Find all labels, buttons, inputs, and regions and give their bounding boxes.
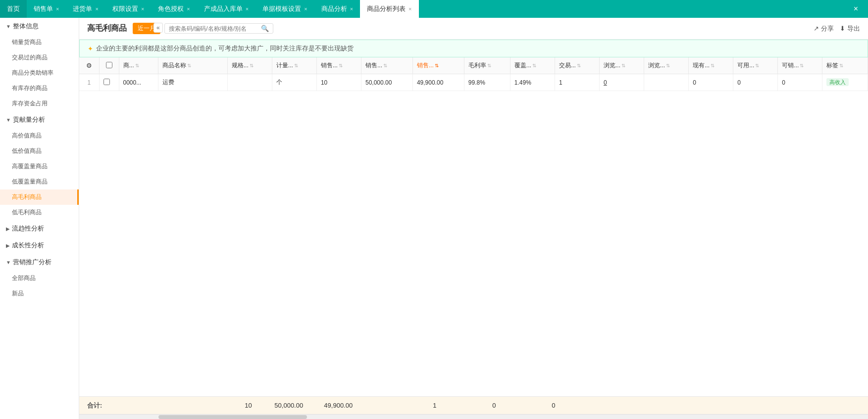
nav-template-settings[interactable]: 单据模板设置 ×	[255, 0, 314, 18]
close-template-settings[interactable]: ×	[304, 6, 307, 12]
row-current-stock: 0	[689, 74, 733, 91]
table-row[interactable]: 1 0000... 运费 个 10 50,000.00 49,900.00 99…	[79, 74, 868, 91]
nav-purchase-order[interactable]: 进货单 ×	[66, 0, 105, 18]
arrow-trend: ▶	[6, 226, 10, 232]
sidebar-item-all-goods[interactable]: 全部商品	[0, 271, 79, 286]
row-checkbox[interactable]	[99, 74, 119, 91]
nav-permission-settings[interactable]: 权限设置 ×	[105, 0, 151, 18]
close-role-auth[interactable]: ×	[187, 6, 190, 12]
sidebar-item-high-coverage[interactable]: 高覆盖量商品	[0, 159, 79, 174]
sidebar-item-category-rate[interactable]: 商品分类助销率	[0, 65, 79, 81]
export-btn[interactable]: ⬇ 导出	[840, 24, 860, 33]
sidebar-item-stock-capital[interactable]: 库存资金占用	[0, 96, 79, 111]
col-transactions[interactable]: 交易...⇅	[555, 57, 599, 74]
col-sales-qty[interactable]: 销售...⇅	[316, 57, 361, 74]
row-code: 0000...	[119, 74, 158, 91]
sidebar-group-overall[interactable]: ▼ 整体信息	[0, 18, 79, 35]
row-available: 0	[733, 74, 778, 91]
table-container: ⚙ 商...⇅ 商品名称⇅ 规格...⇅ 计量...⇅ 销售...⇅ 销售...…	[79, 57, 868, 396]
nav-sales-order[interactable]: 销售单 ×	[27, 0, 66, 18]
scrollbar-thumb[interactable]	[158, 415, 307, 419]
nav-product-analysis-list[interactable]: 商品分析列表 ×	[360, 0, 418, 18]
search-icon[interactable]: 🔍	[261, 25, 269, 32]
sidebar-group-contribution[interactable]: ▼ 贡献量分析	[0, 111, 79, 128]
row-gross-rate: 99.8%	[464, 74, 510, 91]
arrow-marketing: ▼	[6, 260, 11, 265]
sidebar-collapse-btn[interactable]: «	[153, 23, 163, 33]
sidebar-group-marketing[interactable]: ▼ 营销推广分析	[0, 254, 79, 271]
row-browse2	[644, 74, 689, 91]
close-product-inbound[interactable]: ×	[246, 6, 249, 12]
sidebar-item-sales-goods[interactable]: 销量货商品	[0, 35, 79, 50]
footer-label: 合计:	[87, 401, 102, 410]
col-gross-rate[interactable]: 毛利率⇅	[464, 57, 510, 74]
close-permission-settings[interactable]: ×	[141, 6, 144, 12]
row-name: 运费	[158, 74, 227, 91]
col-code[interactable]: 商...⇅	[119, 57, 158, 74]
footer-bar: 合计: 10 50,000.00 49,900.00 1 0 0	[79, 396, 868, 414]
row-browse1[interactable]: 0	[600, 74, 644, 91]
nav-product-inbound[interactable]: 产成品入库单 ×	[197, 0, 255, 18]
share-btn[interactable]: ↗ 分享	[814, 24, 834, 33]
close-window-btn[interactable]: ×	[849, 4, 863, 13]
sidebar-item-low-value[interactable]: 低价值商品	[0, 143, 79, 159]
window-close-area: ×	[849, 4, 868, 13]
header-actions: ↗ 分享 ⬇ 导出	[814, 24, 860, 33]
arrow-growth: ▶	[6, 243, 10, 248]
sidebar-item-high-margin[interactable]: 高毛利商品	[0, 189, 79, 205]
sidebar-item-low-coverage[interactable]: 低覆盖量商品	[0, 174, 79, 189]
row-coverage: 1.49%	[510, 74, 555, 91]
table-body: 1 0000... 运费 个 10 50,000.00 49,900.00 99…	[79, 74, 868, 91]
col-tag[interactable]: 标签⇅	[822, 57, 868, 74]
row-sales-amt1: 50,000.00	[361, 74, 413, 91]
info-banner: ✦ 企业的主要的利润都是这部分商品创造的，可考虑加大推广，同时关注库存是不要出现…	[79, 40, 868, 57]
table-header-row: ⚙ 商...⇅ 商品名称⇅ 规格...⇅ 计量...⇅ 销售...⇅ 销售...…	[79, 57, 868, 74]
row-spec	[227, 74, 272, 91]
sidebar-group-growth[interactable]: ▶ 成长性分析	[0, 237, 79, 254]
main-container: ▼ 整体信息 销量货商品 交易过的商品 商品分类助销率 有库存的商品 库存资金占…	[0, 18, 868, 419]
data-table: ⚙ 商...⇅ 商品名称⇅ 规格...⇅ 计量...⇅ 销售...⇅ 销售...…	[79, 57, 868, 91]
sidebar-item-new-goods[interactable]: 新品	[0, 286, 79, 301]
close-purchase-order[interactable]: ×	[95, 6, 98, 12]
arrow-overall: ▼	[6, 24, 11, 29]
col-sales-amt1[interactable]: 销售...⇅	[361, 57, 413, 74]
horizontal-scrollbar[interactable]	[79, 414, 868, 419]
close-product-analysis[interactable]: ×	[350, 6, 353, 12]
col-browse1[interactable]: 浏览...⇅	[600, 57, 644, 74]
export-icon: ⬇	[840, 25, 845, 32]
col-unit[interactable]: 计量...⇅	[272, 57, 316, 74]
select-all-checkbox[interactable]	[106, 62, 112, 68]
arrow-contribution: ▼	[6, 117, 11, 123]
nav-role-auth[interactable]: 角色授权 ×	[151, 0, 197, 18]
sidebar-item-high-value[interactable]: 高价值商品	[0, 128, 79, 143]
col-sales-amt2[interactable]: 销售...⇅	[412, 57, 464, 74]
sidebar-item-stocked-goods[interactable]: 有库存的商品	[0, 81, 79, 96]
sidebar-item-traded-goods[interactable]: 交易过的商品	[0, 50, 79, 65]
settings-col-header[interactable]: ⚙	[79, 57, 99, 74]
nav-product-analysis[interactable]: 商品分析 ×	[314, 0, 360, 18]
sidebar-item-low-margin[interactable]: 低毛利商品	[0, 205, 79, 220]
top-navigation: 首页 销售单 × 进货单 × 权限设置 × 角色授权 × 产成品入库单 × 单据…	[0, 0, 868, 18]
footer-sales-amt1: 50,000.00	[270, 402, 320, 409]
row-sales-amt2: 49,900.00	[412, 74, 464, 91]
settings-icon[interactable]: ⚙	[86, 62, 92, 69]
nav-home[interactable]: 首页	[0, 0, 27, 18]
col-name[interactable]: 商品名称⇅	[158, 57, 227, 74]
row-num: 1	[79, 74, 99, 91]
col-spec[interactable]: 规格...⇅	[227, 57, 272, 74]
footer-sales-qty: 10	[241, 402, 270, 409]
sidebar-group-trend[interactable]: ▶ 流趋性分析	[0, 220, 79, 237]
col-current-stock[interactable]: 现有...⇅	[689, 57, 733, 74]
col-saleable[interactable]: 可销...⇅	[778, 57, 822, 74]
col-available[interactable]: 可用...⇅	[733, 57, 778, 74]
page-title: 高毛利商品	[87, 23, 127, 34]
row-tag: 高收入	[822, 74, 868, 91]
close-product-analysis-list[interactable]: ×	[408, 6, 411, 12]
col-coverage[interactable]: 覆盖...⇅	[510, 57, 555, 74]
row-sales-qty: 10	[316, 74, 361, 91]
footer-sales-amt2: 49,900.00	[320, 402, 369, 409]
footer-values: 10 50,000.00 49,900.00 1 0 0	[112, 402, 860, 409]
col-browse2[interactable]: 浏览...⇅	[644, 57, 689, 74]
search-input[interactable]	[169, 25, 261, 32]
close-sales-order[interactable]: ×	[56, 6, 59, 12]
